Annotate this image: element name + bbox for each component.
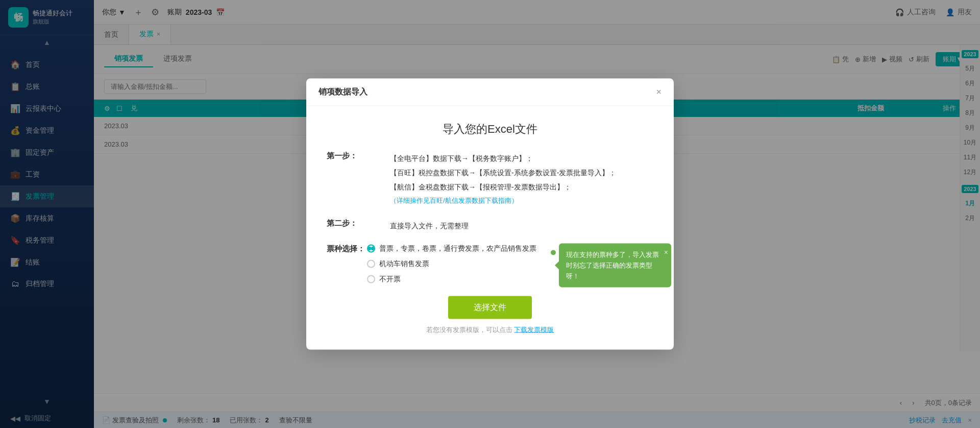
modal-title: 销项数据导入 bbox=[318, 87, 368, 98]
tooltip-bubble: × 现在支持的票种多了，导入发票时别忘了选择正确的发票类型呀！ bbox=[559, 244, 671, 288]
step-2: 第二步： 直接导入文件，无需整理 bbox=[327, 219, 653, 233]
modal-close-btn[interactable]: × bbox=[656, 87, 662, 98]
step-1: 第一步： 【全电平台】数据下载→【税务数字账户】； 【百旺】税控盘数据下载→【系… bbox=[327, 151, 653, 207]
step2-label: 第二步： bbox=[327, 219, 357, 228]
ticket-choice: 票种选择： 普票，专票，卷票，通行费发票，农产品销售发票 × 现在支持的票种多了… bbox=[327, 244, 653, 284]
ticket-choice-label: 票种选择： bbox=[327, 244, 365, 254]
tooltip-close-btn[interactable]: × bbox=[664, 247, 668, 258]
select-file-btn[interactable]: 选择文件 bbox=[448, 296, 532, 319]
ticket-option-3[interactable]: 不开票 bbox=[367, 275, 551, 284]
step1-line2: 【百旺】税控盘数据下载→【系统设置-系统参数设置-发票批量导入】； bbox=[390, 165, 616, 180]
ticket-option-1[interactable]: 普票，专票，卷票，通行费发票，农产品销售发票 × 现在支持的票种多了，导入发票时… bbox=[367, 244, 551, 253]
ticket-options: 普票，专票，卷票，通行费发票，农产品销售发票 × 现在支持的票种多了，导入发票时… bbox=[367, 244, 551, 284]
modal-main-title: 导入您的Excel文件 bbox=[327, 122, 653, 137]
download-template-link[interactable]: 下载发票模版 bbox=[514, 326, 554, 334]
import-modal: 销项数据导入 × 导入您的Excel文件 第一步： 【全电平台】数据下载→【税务… bbox=[306, 79, 674, 350]
step2-content: 直接导入文件，无需整理 bbox=[390, 219, 469, 233]
step1-note: （详细操作见百旺/航信发票数据下载指南） bbox=[390, 194, 616, 207]
step1-line3: 【航信】金税盘数据下载→【报税管理-发票数据导出】； bbox=[390, 180, 616, 194]
step1-line1: 【全电平台】数据下载→【税务数字账户】； bbox=[390, 151, 616, 165]
guide-link[interactable]: 百旺/航信发票数据下载指南 bbox=[430, 197, 511, 204]
radio-circle-3 bbox=[367, 275, 375, 283]
modal-footer-note: 若您没有发票模版，可以点击 下载发票模版 bbox=[327, 325, 653, 335]
radio-circle-1 bbox=[367, 245, 375, 253]
step1-content: 【全电平台】数据下载→【税务数字账户】； 【百旺】税控盘数据下载→【系统设置-系… bbox=[390, 151, 616, 207]
radio-circle-2 bbox=[367, 260, 375, 268]
ticket-option-2[interactable]: 机动车销售发票 bbox=[367, 259, 551, 269]
modal-body: 导入您的Excel文件 第一步： 【全电平台】数据下载→【税务数字账户】； 【百… bbox=[306, 106, 674, 350]
step1-label: 第一步： bbox=[327, 151, 357, 161]
modal-header: 销项数据导入 × bbox=[306, 79, 674, 106]
